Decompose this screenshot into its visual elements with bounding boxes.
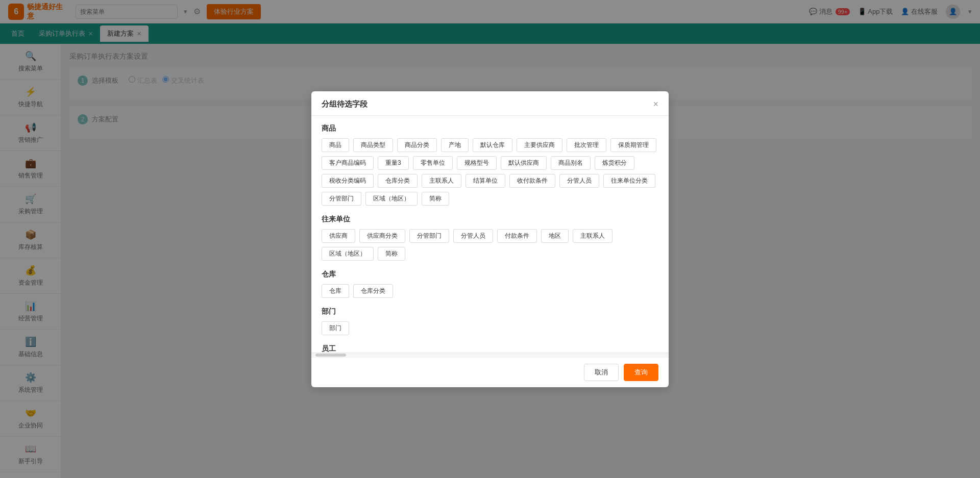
section-product: 商品 商品 商品类型 商品分类 产地 默认仓库 主要供应商 批次管理 保质期管理… xyxy=(322,124,658,206)
section-warehouse: 仓库 仓库 仓库分类 xyxy=(322,270,658,298)
field-tag[interactable]: 批次管理 xyxy=(567,138,606,152)
modal-header: 分组待选字段 × xyxy=(311,91,669,116)
field-tag[interactable]: 默认供应商 xyxy=(501,156,547,170)
modal-body[interactable]: 商品 商品 商品类型 商品分类 产地 默认仓库 主要供应商 批次管理 保质期管理… xyxy=(311,116,669,353)
field-tag[interactable]: 付款条件 xyxy=(497,229,537,243)
section-product-title: 商品 xyxy=(322,124,658,133)
section-partner-fields: 供应商 供应商分类 分管部门 分管人员 付款条件 地区 主联系人 区域（地区） … xyxy=(322,229,658,261)
field-tag[interactable]: 主要供应商 xyxy=(517,138,562,152)
field-tag[interactable]: 简称 xyxy=(422,192,449,206)
section-department-title: 部门 xyxy=(322,307,658,316)
field-tag[interactable]: 区域（地区） xyxy=(365,192,418,206)
field-tag[interactable]: 商品类型 xyxy=(353,138,393,152)
field-tag[interactable]: 分管部门 xyxy=(322,192,361,206)
field-tag[interactable]: 零售单位 xyxy=(413,156,453,170)
field-tag[interactable]: 商品 xyxy=(322,138,349,152)
field-tag[interactable]: 往来单位分类 xyxy=(603,174,655,188)
field-tag[interactable]: 简称 xyxy=(378,247,405,261)
section-partner-title: 往来单位 xyxy=(322,215,658,224)
field-tag[interactable]: 仓库分类 xyxy=(378,174,418,188)
field-tag[interactable]: 区域（地区） xyxy=(322,247,374,261)
field-tag[interactable]: 客户商品编码 xyxy=(322,156,374,170)
field-tag[interactable]: 分管部门 xyxy=(409,229,449,243)
field-tag[interactable]: 默认仓库 xyxy=(473,138,512,152)
field-tag[interactable]: 商品分类 xyxy=(397,138,437,152)
field-tag[interactable]: 分管人员 xyxy=(453,229,493,243)
field-tag[interactable]: 供应商 xyxy=(322,229,355,243)
field-tag[interactable]: 规格型号 xyxy=(457,156,497,170)
section-product-fields: 商品 商品类型 商品分类 产地 默认仓库 主要供应商 批次管理 保质期管理 客户… xyxy=(322,138,658,206)
section-partner: 往来单位 供应商 供应商分类 分管部门 分管人员 付款条件 地区 主联系人 区域… xyxy=(322,215,658,261)
modal-title: 分组待选字段 xyxy=(322,99,368,109)
section-warehouse-fields: 仓库 仓库分类 xyxy=(322,284,658,298)
field-tag[interactable]: 炼货积分 xyxy=(595,156,634,170)
modal-footer: 取消 查询 xyxy=(311,357,669,387)
modal-close-btn[interactable]: × xyxy=(653,99,658,109)
field-tag[interactable]: 商品别名 xyxy=(551,156,591,170)
field-tag[interactable]: 分管人员 xyxy=(559,174,599,188)
section-warehouse-title: 仓库 xyxy=(322,270,658,279)
section-department: 部门 部门 xyxy=(322,307,658,335)
cancel-button[interactable]: 取消 xyxy=(584,364,619,381)
field-tag[interactable]: 仓库分类 xyxy=(353,284,393,298)
field-tag[interactable]: 地区 xyxy=(541,229,569,243)
field-tag[interactable]: 供应商分类 xyxy=(359,229,405,243)
field-tag[interactable]: 产地 xyxy=(441,138,469,152)
field-tag[interactable]: 主联系人 xyxy=(422,174,461,188)
section-department-fields: 部门 xyxy=(322,321,658,335)
section-employee-title: 员工 xyxy=(322,344,658,353)
field-tag[interactable]: 税收分类编码 xyxy=(322,174,374,188)
field-tag[interactable]: 仓库 xyxy=(322,284,349,298)
field-tag[interactable]: 部门 xyxy=(322,321,349,335)
field-tag[interactable]: 收付款条件 xyxy=(509,174,555,188)
modal-overlay: 分组待选字段 × 商品 商品 商品类型 商品分类 产地 默认仓库 主要供应商 批… xyxy=(0,0,980,478)
field-tag[interactable]: 结算单位 xyxy=(465,174,505,188)
modal-horizontal-scroll[interactable] xyxy=(311,353,669,357)
confirm-button[interactable]: 查询 xyxy=(624,364,658,381)
field-select-modal: 分组待选字段 × 商品 商品 商品类型 商品分类 产地 默认仓库 主要供应商 批… xyxy=(311,91,669,387)
section-employee: 员工 业务员 xyxy=(322,344,658,353)
field-tag[interactable]: 重量3 xyxy=(378,156,409,170)
field-tag[interactable]: 保质期管理 xyxy=(610,138,656,152)
field-tag[interactable]: 主联系人 xyxy=(573,229,612,243)
